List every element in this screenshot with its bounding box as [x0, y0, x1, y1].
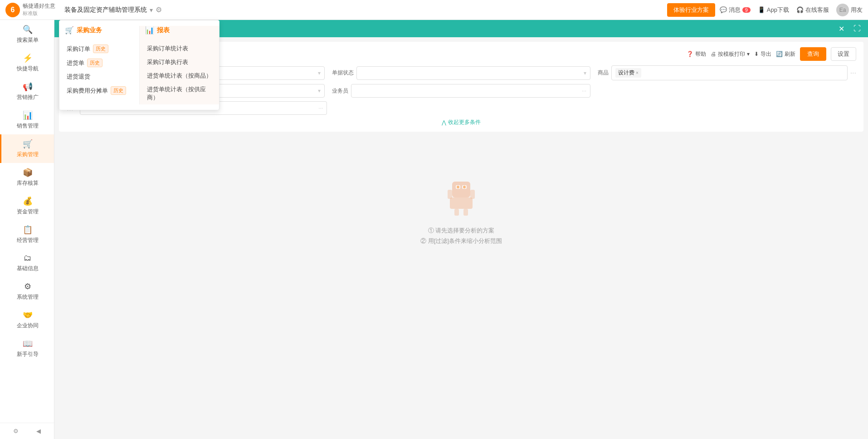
app-download-btn[interactable]: 📱 App下载 [758, 6, 789, 14]
receive-label: 进货单 [67, 59, 84, 67]
query-btn[interactable]: 查询 [800, 47, 826, 61]
menu-item-report-order-exec[interactable]: 采购订单执行表 [145, 55, 214, 69]
message-btn[interactable]: 💬 消息 9 [720, 6, 751, 14]
logo-name: 畅捷通好生意 [23, 3, 55, 10]
sidebar-item-label: 资金管理 [17, 208, 39, 216]
industry-btn[interactable]: 体验行业方案 [667, 3, 715, 17]
logo-icon: 6 [5, 3, 20, 17]
menu-section-report-title: 📊 报表 [145, 26, 214, 37]
export-btn[interactable]: ⬇ 导出 [754, 47, 771, 61]
tab-expand-btn[interactable]: ⛶ [851, 24, 863, 34]
chevron-down-icon-status: ▾ [584, 70, 586, 76]
report-by-product-label: 进货单统计表（按商品） [147, 72, 212, 80]
sidebar-item-label: 库存核算 [17, 179, 39, 187]
history-badge-1[interactable]: 历史 [87, 59, 102, 67]
operations-icon: 📋 [23, 225, 33, 235]
empty-illustration [439, 173, 484, 218]
main-layout: 🔍 搜索菜单 ⚡ 快捷导航 📢 营销推广 📊 销售管理 🛒 采购管理 📦 库存核… [0, 20, 868, 439]
sidebar-item-basic-info[interactable]: 🗂 基础信息 [0, 249, 54, 277]
svg-point-9 [463, 186, 466, 188]
help-icon: ❓ [687, 51, 693, 57]
sidebar-item-purchase[interactable]: 🛒 采购管理 [0, 134, 54, 163]
content-area: 首页 销售排行榜 ✕ ✕ ⛶ 🛒 采购业务 [54, 20, 868, 439]
user-label: 用友 [851, 6, 863, 14]
filter-dots-product[interactable]: ··· [850, 69, 856, 77]
menu-item-report-by-supplier[interactable]: 进货单统计表（按供应商） [145, 83, 214, 104]
sidebar-collapse-icon[interactable]: ◀ [36, 428, 41, 434]
sidebar-item-system[interactable]: ⚙ 系统管理 [0, 277, 54, 306]
online-service-btn[interactable]: 🎧 在线客服 [796, 6, 829, 14]
history-badge-3[interactable]: 历史 [111, 86, 126, 95]
top-header: 6 畅捷通好生意 标准版 装备及固定资产辅助管理系统 ▾ ⚙ 体验行业方案 💬 … [0, 0, 868, 20]
sales-icon: 📊 [23, 110, 33, 120]
sidebar-item-cooperation[interactable]: 🤝 企业协同 [0, 306, 54, 334]
sidebar-item-label: 企业协同 [17, 322, 39, 330]
print-btn[interactable]: 🖨 按模板打印 ▾ [711, 47, 750, 61]
menu-item-report-order-stat[interactable]: 采购订单统计表 [145, 42, 214, 55]
headset-icon: 🎧 [796, 6, 804, 13]
export-icon: ⬇ [754, 51, 759, 57]
purchase-order-label: 采购订单 [67, 45, 90, 53]
sidebar-item-finance[interactable]: 💰 资金管理 [0, 192, 54, 220]
menu-item-report-by-product[interactable]: 进货单统计表（按商品） [145, 69, 214, 83]
filter-input-salesperson[interactable]: ··· [351, 84, 590, 98]
menu-item-receive[interactable]: 进货单 历史 [65, 56, 134, 70]
purchase-icon: 🛒 [23, 139, 33, 149]
print-dropdown-icon: ▾ [747, 51, 750, 57]
chevron-up-icon: ⋀ [442, 119, 446, 126]
empty-hint1: ① 请先选择要分析的方案 [420, 225, 502, 236]
title-dropdown-icon[interactable]: ▾ [150, 6, 153, 14]
sidebar-item-label: 经营管理 [17, 237, 39, 244]
settings-filter-btn[interactable]: 设置 [831, 47, 856, 61]
history-badge-0[interactable]: 历史 [93, 44, 108, 53]
filter-label-salesperson: 业务员 [332, 87, 348, 95]
empty-state: ① 请先选择要分析的方案 ② 用[过滤]条件来缩小分析范围 [59, 136, 863, 283]
menu-item-expense[interactable]: 采购费用分摊单 历史 [65, 84, 134, 98]
chevron-down-icon-salesperson: ··· [582, 88, 586, 94]
finance-icon: 💰 [23, 196, 33, 206]
purchase-section-icon: 🛒 [65, 26, 74, 35]
filter-dots-customer[interactable]: ··· [318, 105, 323, 111]
settings-icon[interactable]: ⚙ [156, 5, 162, 14]
logo-badge: 标准版 [23, 10, 55, 17]
phone-icon: 📱 [758, 6, 765, 13]
sidebar-item-label: 采购管理 [17, 151, 39, 158]
sidebar-item-inventory[interactable]: 📦 库存核算 [0, 163, 54, 192]
sidebar-item-operations[interactable]: 📋 经营管理 [0, 220, 54, 249]
filter-input-product[interactable]: 设计费 × [611, 65, 848, 80]
expense-label: 采购费用分摊单 [67, 87, 108, 95]
sidebar-settings-icon[interactable]: ⚙ [13, 428, 19, 434]
filter-label-status: 单据状态 [332, 69, 354, 77]
message-icon: 💬 [720, 6, 727, 13]
sidebar-item-label: 销售管理 [17, 122, 39, 130]
app-download-label: App下载 [767, 6, 789, 14]
user-area[interactable]: Ea 用友 [836, 4, 863, 16]
menu-section-purchase-title: 🛒 采购业务 [65, 26, 134, 37]
help-btn[interactable]: ❓ 帮助 [687, 47, 706, 61]
online-service-label: 在线客服 [805, 6, 829, 14]
return-label: 进货退货 [67, 73, 90, 81]
sidebar-item-label: 新手引导 [17, 350, 39, 358]
empty-text: ① 请先选择要分析的方案 ② 用[过滤]条件来缩小分析范围 [420, 225, 502, 247]
menu-item-purchase-order[interactable]: 采购订单 历史 [65, 42, 134, 56]
filter-input-status[interactable]: ▾ [356, 66, 590, 80]
system-title-text: 装备及固定资产辅助管理系统 [64, 6, 147, 14]
report-order-stat-label: 采购订单统计表 [147, 44, 188, 53]
tag-close-icon[interactable]: × [636, 70, 639, 75]
filter-item-status: 单据状态 ▾ [332, 66, 590, 80]
cooperation-icon: 🤝 [23, 310, 33, 320]
tab-bar-actions: ✕ ⛶ [836, 24, 863, 34]
tab-close-btn[interactable]: ✕ [836, 24, 847, 34]
message-badge: 9 [742, 7, 751, 13]
dropdown-menu: 🛒 采购业务 采购订单 历史 进货单 历史 进货退货 [54, 20, 219, 110]
menu-item-return[interactable]: 进货退货 [65, 70, 134, 84]
sidebar-item-label: 基础信息 [17, 265, 39, 272]
collapse-btn[interactable]: ⋀ 收起更多条件 [66, 118, 856, 126]
sidebar-item-guide[interactable]: 📖 新手引导 [0, 334, 54, 363]
sidebar-item-label: 系统管理 [17, 293, 39, 301]
menu-column-report: 📊 报表 采购订单统计表 采购订单执行表 进货单统计表（按商品） 进货单统计表（… [139, 26, 219, 104]
refresh-btn[interactable]: 🔄 刷新 [776, 47, 795, 61]
svg-rect-6 [454, 209, 459, 216]
system-icon: ⚙ [24, 281, 31, 291]
basic-info-icon: 🗂 [24, 253, 32, 263]
